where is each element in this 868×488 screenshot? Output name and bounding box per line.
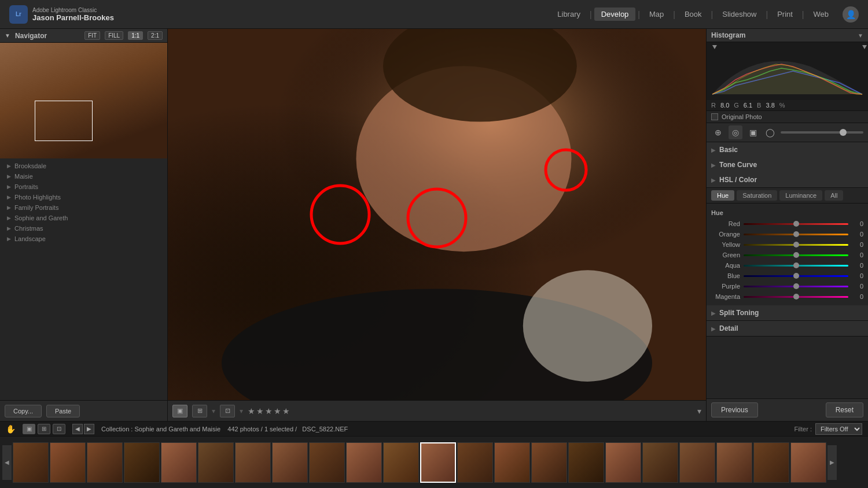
- film-thumb-7[interactable]: [235, 442, 271, 483]
- hsl-slider-orange[interactable]: [744, 234, 848, 235]
- hsl-header: ▶ HSL / Color: [707, 172, 868, 188]
- tool-slider[interactable]: [781, 131, 863, 134]
- status-bar: ✋ ▣ ⊞ ⊡ ◀ ▶ Collection : Sophie and Gare…: [0, 421, 868, 436]
- nav-map[interactable]: Map: [642, 8, 671, 21]
- tone-curve-header[interactable]: ▶ Tone Curve: [707, 157, 868, 172]
- film-thumb-22[interactable]: [790, 442, 826, 483]
- filter-select[interactable]: Filters Off Flagged Unflagged Rejected: [815, 423, 862, 435]
- view-grid[interactable]: ⊞: [38, 424, 50, 434]
- hsl-val-blue: 0: [852, 272, 863, 279]
- filmstrip-prev-btn[interactable]: ◀: [2, 445, 12, 480]
- crop-tool-icon[interactable]: ⊕: [711, 125, 725, 139]
- film-thumb-4[interactable]: [124, 442, 160, 483]
- film-thumb-18[interactable]: [642, 442, 678, 483]
- film-thumb-5[interactable]: [161, 442, 197, 483]
- filmstrip-next-btn[interactable]: ▶: [827, 445, 837, 480]
- film-thumb-16[interactable]: [568, 442, 604, 483]
- hsl-tab-saturation[interactable]: Saturation: [737, 190, 777, 201]
- view-loupe[interactable]: ▣: [23, 424, 35, 434]
- film-thumb-13[interactable]: [457, 442, 493, 483]
- basic-panel-header[interactable]: ▶ Basic: [707, 142, 868, 157]
- hsl-slider-green[interactable]: [744, 254, 848, 256]
- nav-prev-btn[interactable]: ◀: [72, 424, 83, 434]
- hsl-row-blue: Blue 0: [711, 271, 863, 281]
- hsl-tab-luminance[interactable]: Luminance: [779, 190, 822, 201]
- toolbar-dropdown[interactable]: ▾: [697, 406, 701, 416]
- detail-header[interactable]: ▶ Detail: [707, 321, 868, 337]
- folder-item-2[interactable]: ▶ Maisie: [0, 171, 167, 182]
- zoom-1-1[interactable]: 1:1: [128, 31, 143, 40]
- zoom-fit[interactable]: FIT: [84, 31, 100, 40]
- folder-name-4: Photo Highlights: [14, 194, 61, 201]
- film-thumb-selected[interactable]: [420, 442, 456, 483]
- heal-tool-icon[interactable]: ◎: [729, 125, 742, 139]
- film-thumb-8[interactable]: [272, 442, 308, 483]
- hsl-slider-red[interactable]: [744, 223, 848, 225]
- film-thumb-9[interactable]: [309, 442, 345, 483]
- film-thumb-11[interactable]: [383, 442, 419, 483]
- hsl-row-magenta: Magenta 0: [711, 291, 863, 302]
- nav-book[interactable]: Book: [678, 8, 709, 21]
- hsl-slider-purple[interactable]: [744, 286, 848, 287]
- star-rating[interactable]: ★★★★★: [248, 406, 291, 416]
- view-compare[interactable]: ⊡: [53, 424, 65, 434]
- basic-expand-icon: ▶: [711, 147, 716, 153]
- film-thumb-3[interactable]: [87, 442, 123, 483]
- folder-item-6[interactable]: ▶ Sophie and Gareth: [0, 213, 167, 223]
- toolbar-sep2: ▾: [240, 407, 243, 415]
- reset-button[interactable]: Reset: [826, 402, 863, 417]
- hsl-expand-icon: ▶: [711, 177, 716, 183]
- film-thumb-2[interactable]: [50, 442, 86, 483]
- nav-next-btn[interactable]: ▶: [84, 424, 94, 434]
- tone-curve-name: Tone Curve: [719, 161, 863, 169]
- folder-item-5[interactable]: ▶ Family Portraits: [0, 202, 167, 213]
- zoom-2-1[interactable]: 2:1: [148, 31, 163, 40]
- film-thumb-10[interactable]: [346, 442, 382, 483]
- film-thumb-14[interactable]: [494, 442, 530, 483]
- histogram-title: Histogram: [711, 31, 858, 39]
- folder-item-1[interactable]: ▶ Brooksdale: [0, 161, 167, 171]
- folder-item-8[interactable]: ▶ Landscape: [0, 234, 167, 244]
- folder-item-7[interactable]: ▶ Christmas: [0, 223, 167, 234]
- nav-web[interactable]: Web: [807, 8, 836, 21]
- hsl-slider-magenta[interactable]: [744, 296, 848, 298]
- folder-item-4[interactable]: ▶ Photo Highlights: [0, 192, 167, 202]
- paste-button[interactable]: Paste: [46, 405, 80, 417]
- hsl-thumb-aqua: [793, 263, 799, 268]
- toolbar-single-view[interactable]: ▣: [172, 405, 187, 417]
- hsl-tab-all[interactable]: All: [825, 190, 843, 201]
- hsl-label-purple: Purple: [711, 283, 740, 290]
- nav-links: Library | Develop | Map | Book | Slidesh…: [550, 6, 859, 23]
- film-thumb-17[interactable]: [605, 442, 641, 483]
- hand-tool-icon[interactable]: ✋: [6, 424, 16, 434]
- histogram-menu[interactable]: ▼: [858, 32, 863, 39]
- copy-button[interactable]: Copy...: [5, 405, 42, 417]
- hsl-slider-yellow[interactable]: [744, 244, 848, 246]
- original-photo-checkbox[interactable]: [711, 113, 718, 120]
- tool-icons-row: ⊕ ◎ ▣ ◯: [707, 123, 868, 142]
- previous-button[interactable]: Previous: [711, 402, 758, 417]
- nav-library[interactable]: Library: [550, 8, 587, 21]
- toolbar-survey-view[interactable]: ⊡: [220, 405, 235, 417]
- nav-print[interactable]: Print: [770, 8, 800, 21]
- film-thumb-6[interactable]: [198, 442, 234, 483]
- film-thumb-19[interactable]: [679, 442, 715, 483]
- toolbar-compare-view[interactable]: ⊞: [192, 405, 207, 417]
- hsl-tab-hue[interactable]: Hue: [711, 190, 734, 201]
- redeye-tool-icon[interactable]: ▣: [746, 125, 760, 139]
- detail-name: Detail: [719, 324, 863, 332]
- folder-item-3[interactable]: ▶ Portraits: [0, 182, 167, 192]
- film-thumb-20[interactable]: [716, 442, 752, 483]
- nav-slideshow[interactable]: Slideshow: [715, 8, 763, 21]
- nav-avatar[interactable]: 👤: [843, 6, 859, 23]
- split-toning-header[interactable]: ▶ Split Toning: [707, 305, 868, 321]
- hsl-val-red: 0: [852, 220, 863, 227]
- hsl-slider-blue[interactable]: [744, 275, 848, 277]
- film-thumb-15[interactable]: [531, 442, 567, 483]
- radial-tool-icon[interactable]: ◯: [763, 125, 777, 139]
- hsl-slider-aqua[interactable]: [744, 265, 848, 267]
- film-thumb-1[interactable]: [13, 442, 49, 483]
- zoom-fill[interactable]: FILL: [105, 31, 123, 40]
- nav-develop[interactable]: Develop: [594, 8, 636, 21]
- film-thumb-21[interactable]: [753, 442, 789, 483]
